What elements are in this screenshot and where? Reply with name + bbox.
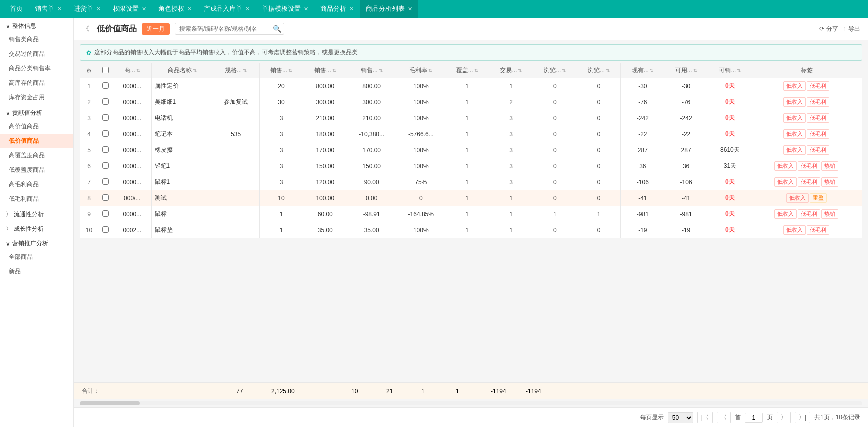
sidebar-item-inventory-capital[interactable]: 库存资金占用 [0,90,73,105]
sidebar-group-circulation[interactable]: 〉 流通性分析 [0,206,73,221]
td-check[interactable] [98,222,113,238]
row-checkbox[interactable] [102,226,109,233]
collapse-button[interactable]: 《 [82,24,90,34]
td-browse2: 0 [577,222,621,238]
first-page-button[interactable]: |〈 [697,412,713,423]
sidebar-item-low-margin[interactable]: 低毛利商品 [0,192,73,206]
td-check[interactable] [98,190,113,206]
td-browse1[interactable]: 0 [533,158,577,174]
sidebar-item-high-inventory[interactable]: 高库存的商品 [0,76,73,90]
td-check[interactable] [98,174,113,190]
browse-link[interactable]: 0 [553,115,557,122]
nav-template[interactable]: 单据模板设置 ✕ [256,0,314,18]
td-num: 5 [80,142,98,158]
prev-page-button[interactable]: 〈 [717,412,731,423]
sidebar-item-sales-products[interactable]: 销售类商品 [0,32,73,47]
select-all-checkbox[interactable] [102,67,109,73]
sidebar-item-traded-products[interactable]: 交易过的商品 [0,47,73,61]
nav-product-in[interactable]: 产成品入库单 ✕ [198,0,256,18]
browse-link[interactable]: 0 [553,163,557,170]
sidebar-item-high-coverage[interactable]: 高覆盖度商品 [0,148,73,163]
nav-home[interactable]: 首页 [4,0,29,18]
td-browse1[interactable]: 0 [533,94,577,110]
browse-link[interactable]: 1 [553,211,557,218]
sidebar-item-all-products[interactable]: 全部商品 [0,250,73,264]
close-icon[interactable]: ✕ [57,6,62,12]
browse-link[interactable]: 0 [553,99,557,106]
search-icon[interactable]: 🔍 [273,25,281,33]
td-check[interactable] [98,78,113,94]
td-browse1[interactable]: 0 [533,126,577,142]
per-page-select[interactable]: 50 100 200 [668,412,693,423]
last-page-button[interactable]: 〉| [795,412,810,423]
row-checkbox[interactable] [102,210,109,217]
browse-link[interactable]: 0 [553,83,557,90]
nav-purchase-order[interactable]: 进货单 ✕ [68,0,107,18]
close-icon[interactable]: ✕ [408,6,412,12]
nav-product-analysis-list[interactable]: 商品分析列表 ✕ [360,0,418,18]
sidebar-group-growth[interactable]: 〉 成长性分析 [0,221,73,235]
close-icon[interactable]: ✕ [245,6,250,12]
td-browse1[interactable]: 0 [533,222,577,238]
nav-role-auth[interactable]: 角色授权 ✕ [152,0,198,18]
sidebar-item-category-sales-rate[interactable]: 商品分类销售率 [0,61,73,76]
sidebar-group-contribution[interactable]: ∨ 贡献值分析 [0,105,73,119]
td-browse1[interactable]: 0 [533,78,577,94]
row-checkbox[interactable] [102,146,109,153]
table-wrap[interactable]: ⚙ 商...⇅ 商品名称⇅ 规格...⇅ 销售...⇅ 销售...⇅ 销售...… [80,63,862,382]
close-icon[interactable]: ✕ [96,6,101,12]
row-checkbox[interactable] [102,82,109,89]
nav-product-analysis[interactable]: 商品分析 ✕ [314,0,360,18]
sidebar-item-high-margin[interactable]: 高毛利商品 [0,177,73,192]
browse-link[interactable]: 0 [553,131,557,138]
nav-permission[interactable]: 权限设置 ✕ [107,0,152,18]
close-icon[interactable]: ✕ [187,6,192,12]
sidebar-item-new-products[interactable]: 新品 [0,264,73,279]
sidebar-group-marketing[interactable]: ∨ 营销推广分析 [0,235,73,250]
td-check[interactable] [98,110,113,126]
td-browse1[interactable]: 1 [533,206,577,222]
row-checkbox[interactable] [102,130,109,137]
close-icon[interactable]: ✕ [304,6,308,12]
td-browse1[interactable]: 0 [533,142,577,158]
row-checkbox[interactable] [102,114,109,121]
td-check[interactable] [98,126,113,142]
td-check[interactable] [98,142,113,158]
td-name: 电话机 [151,110,213,126]
filter-recent-month[interactable]: 近一月 [142,23,170,35]
scrollbar-thumb[interactable] [80,401,140,405]
search-input[interactable] [175,23,284,35]
sidebar-item-low-coverage[interactable]: 低覆盖度商品 [0,163,73,177]
browse-link[interactable]: 0 [553,179,557,186]
td-check[interactable] [98,158,113,174]
td-browse1[interactable]: 0 [533,174,577,190]
close-icon[interactable]: ✕ [142,6,146,12]
row-checkbox[interactable] [102,98,109,105]
td-check[interactable] [98,206,113,222]
td-browse2: 0 [577,142,621,158]
browse-link[interactable]: 0 [553,147,557,154]
th-settings[interactable]: ⚙ [80,63,98,78]
nav-sales-order[interactable]: 销售单 ✕ [29,0,68,18]
share-button[interactable]: ⟳ 分享 [819,25,838,33]
tag-low-margin: 低毛利 [807,145,829,155]
horizontal-scrollbar[interactable] [80,401,862,405]
td-check[interactable] [98,94,113,110]
sidebar-item-low-value[interactable]: 低价值商品 [0,134,73,148]
browse-link[interactable]: 0 [553,195,557,202]
row-checkbox[interactable] [102,194,109,201]
sidebar-item-high-value[interactable]: 高价值商品 [0,119,73,134]
row-checkbox[interactable] [102,178,109,185]
export-button[interactable]: ↑ 导出 [843,25,860,33]
sidebar-group-overall[interactable]: ∨ 整体信息 [0,18,73,32]
next-page-button[interactable]: 〉 [777,412,791,423]
td-browse1[interactable]: 0 [533,110,577,126]
td-tags: 低收入低毛利 [752,126,862,142]
page-input[interactable] [745,413,763,423]
browse-link[interactable]: 0 [553,227,557,234]
close-icon[interactable]: ✕ [349,6,354,12]
row-checkbox[interactable] [102,162,109,169]
td-s2: 300.00 [303,94,347,110]
td-browse1[interactable]: 0 [533,190,577,206]
th-checkbox[interactable] [98,63,113,78]
